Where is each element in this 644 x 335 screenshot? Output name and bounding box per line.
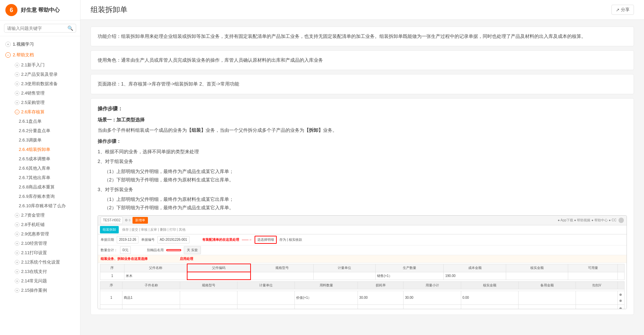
sidebar-leaf-costrecalc[interactable]: 2.6.8商品成本重算 (12, 182, 80, 192)
expand-icon: + (15, 72, 19, 77)
screenshot-tab-active: 组装拆卸 (100, 226, 119, 233)
search-input[interactable] (7, 26, 67, 31)
step1: 1、根据不同的业务，选择不同单据的类型来处理 (98, 148, 627, 156)
search-box[interactable]: 🔍 (4, 24, 76, 33)
step2: 2、对于组装业务 (98, 157, 627, 166)
sidebar-leaf-assembly[interactable]: 2.6.4组装拆卸单 (12, 145, 80, 154)
screenshot-image: TEST-H002 ⚙ ◊ 新增单 ● App下载 ● 帮助视频 ● 帮助中心 … (98, 215, 627, 309)
screenshot-topright: ● App下载 ● 帮助视频 ● 帮助中心 ● CC (558, 217, 616, 223)
screenshot-qty-label: 数量合计： (101, 247, 117, 253)
expand-icon: + (15, 260, 19, 265)
sidebar-leaf-partialstocktake[interactable]: 2.6.2分量盘点单 (12, 126, 80, 135)
expand-icon: + (15, 232, 19, 236)
sidebar-item-dataprep: + 2.3使用前数据准备 (12, 79, 80, 89)
collapse-icon: − (15, 110, 19, 114)
sidebar-leaf-otherinbound[interactable]: 2.6.6其他入库单 (12, 164, 80, 173)
sidebar-sub-items: 2.6.1盘点单 2.6.2分量盘点单 2.6.3调拨单 2.6.4组装拆卸单 … (12, 117, 80, 211)
sidebar-leaf-costadjust[interactable]: 2.6.5成本调整单 (12, 154, 80, 164)
sidebar-item-label: 2.3使用前数据准备 (21, 81, 58, 87)
sidebar-item-cases: + 2.15操作案例 (12, 286, 80, 295)
sidebar-item-label: 2.5采购管理 (21, 100, 45, 106)
screenshot-table: 序 父件名称 父件编码 规格型号 计量单位 生产数量 成本金额 核实金额 可用量 (100, 264, 625, 280)
screenshot-url: TEST-H002 (101, 217, 123, 224)
sidebar-item-label: 2.11打印设置 (21, 250, 47, 256)
role-text: 使用角色：通常由生产人员或库管人员完成拆装业务的操作，库管人员确认原材料的出库和… (98, 57, 323, 63)
arrow1-icon: ——→ (242, 237, 252, 243)
step2-subs: （1）上部明细为父件明细，最终作为产成品生成某它入库单； （2）下部明细为子件明… (104, 167, 627, 184)
sidebar-item-beginner: + 2.1新手入门 (12, 60, 80, 70)
search-icon[interactable]: 🔍 (67, 25, 73, 31)
screenshot-select-box (166, 249, 181, 251)
sidebar-item-finance: + 2.7资金管理 (12, 211, 80, 220)
step3-1: （1）上部明细为父件明细，最终作为原材料生成某它出库单； (104, 195, 627, 204)
screenshot-new-btn: 新增单 (132, 217, 148, 224)
sidebar-leaf-ledgererr[interactable]: 2.6.10库存账本错了么办 (12, 201, 80, 211)
sidebar-item-label: 2.4销售管理 (21, 90, 45, 96)
steps-block: 操作步骤： 场景一：加工类型选择 当由多个子件材料组装成一个成品的业务为【组装】… (91, 98, 634, 315)
sidebar-leaf-otheroutbound[interactable]: 2.6.7其他出库单 (12, 173, 80, 182)
sidebar-item-faq: + 2.14常见问题 (12, 276, 80, 286)
sidebar-item-mobile: + 2.8手机旺铺 (12, 220, 80, 229)
share-icon: ↗ (616, 7, 620, 12)
expand-icon: + (15, 63, 19, 67)
sidebar-item-label: 2.帮助文档 (13, 52, 34, 58)
expand-icon: + (15, 250, 19, 255)
sidebar-item-label: 2.1新手入门 (21, 62, 45, 68)
nav-list: + 1.视频学习 − 2.帮助文档 + 2.1新手入门 (0, 36, 80, 335)
collapse-icon: − (5, 52, 11, 58)
sidebar-leaf-transfer[interactable]: 2.6.3调拨单 (12, 135, 80, 145)
screenshot-num-val: AD-20191226-001 (157, 236, 190, 243)
step3: 3、对于拆装业务 (98, 185, 627, 194)
logo-icon: 6 (5, 4, 17, 16)
screenshot-select-label: 别糊品名用 (147, 247, 164, 253)
intro-text: 功能介绍：组装拆卸单用来处理企业组装或拆卸等加工业务，支持有固定装配清单的产品加… (98, 34, 586, 39)
expand-icon: + (15, 269, 19, 274)
content-area: 功能介绍：组装拆卸单用来处理企业组装或拆卸等加工业务，支持有固定装配清单的产品加… (80, 20, 644, 335)
sidebar-item-label: 2.13在线支付 (21, 269, 47, 275)
screenshot-annot1: 有装配清单的在这里处理 (202, 237, 239, 243)
share-button[interactable]: ↗ 分享 (611, 5, 634, 15)
screenshot-clear-btn: 关 实套 (184, 246, 201, 254)
sidebar-item-label: 2.10经营管理 (21, 240, 47, 246)
screenshot-apply-lbl: 存为 | 核实收款 (279, 237, 302, 243)
sidebar-item-sales: + 2.4销售管理 (12, 89, 80, 98)
expand-icon: + (15, 288, 19, 293)
screenshot-table2: 序 子件名称 规格型号 计量单位 用料数量 损耗率 用量小计 核实金额 备用金额 (100, 281, 625, 309)
expand-icon: + (5, 42, 11, 47)
main-area: 组装拆卸单 ↗ 分享 功能介绍：组装拆卸单用来处理企业组装或拆卸等加工业务，支持… (80, 0, 644, 335)
main-header: 组装拆卸单 ↗ 分享 (80, 0, 644, 20)
expand-icon: + (15, 91, 19, 96)
path-block: 页面路径：1、库存核算->库存管理->组装拆卸单 2、首页->常用功能 (91, 74, 634, 94)
sidebar-item-label: 2.8手机旺铺 (21, 222, 45, 228)
sidebar-leaf-ledgerquery[interactable]: 2.6.9库存账本查询 (12, 192, 80, 201)
screenshot-select-btn: 选选择明细 (255, 236, 277, 244)
screenshot-qty-val: 0/元 (120, 246, 131, 254)
sidebar-sub-list: + 2.1新手入门 + 2.2产品安装及登录 + 2.3使用前数据准备 (0, 60, 80, 295)
sidebar-item-inventory: − 2.6库存核算 2.6.1盘点单 2.6.2分量盘点单 2.6.3调拨单 2… (12, 107, 80, 211)
intro-block: 功能介绍：组装拆卸单用来处理企业组装或拆卸等加工业务，支持有固定装配清单的产品加… (91, 26, 634, 46)
expand-icon: + (15, 279, 19, 283)
scene1-title: 场景一：加工类型选择 (98, 116, 627, 124)
app-name: 好生意 帮助中心 (21, 7, 60, 14)
screenshot-toolbar: 保存 | 提交 | 审核 | 反审 | 删除 | 打印 | 其他 (122, 227, 185, 233)
page-title: 组装拆卸单 (91, 5, 127, 15)
step2-2: （2）下部明细为子件明细，最终作为原材料生成某它出库单。 (104, 176, 627, 184)
sidebar-item-label: 2.14常见问题 (21, 278, 47, 284)
step3-2: （2）下部明细为子件明细，最终作为产成品生成某它入库单。 (104, 204, 627, 212)
sidebar-item-print: + 2.11打印设置 (12, 248, 80, 258)
sidebar-item-coupon: + 2.9优惠券管理 (12, 229, 80, 239)
path-text: 页面路径：1、库存核算->库存管理->组装拆卸单 2、首页->常用功能 (98, 81, 239, 87)
sidebar-item-label: 2.7资金管理 (21, 212, 45, 218)
sidebar-item-label: 2.6库存核算 (21, 109, 45, 115)
sidebar-item-helpdoc: − 2.帮助文档 + 2.1新手入门 + 2.2产品安装及登录 (0, 50, 80, 295)
sidebar-item-label: 2.15操作案例 (21, 287, 47, 293)
screenshot-annot4: 启用处理 (180, 256, 193, 262)
screenshot-date-val: 2019-12-26 (117, 236, 139, 243)
sidebar-item-label: 2.12系统个性化设置 (21, 259, 60, 265)
ops-title: 操作步骤： (98, 104, 627, 113)
sidebar-leaf-stocktake[interactable]: 2.6.1盘点单 (12, 117, 80, 126)
expand-icon: + (15, 213, 19, 218)
expand-icon: + (15, 241, 19, 246)
sidebar-item-install: + 2.2产品安装及登录 (12, 70, 80, 79)
sidebar-item-label: 1.视频学习 (13, 41, 34, 47)
